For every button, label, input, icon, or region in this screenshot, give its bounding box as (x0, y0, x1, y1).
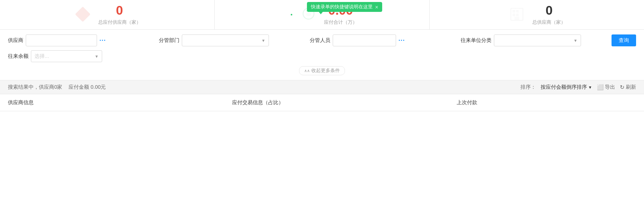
search-row-1: 供应商 ··· 分管部门 ▼ 分管人员 ··· 往来单位分类 ▼ (8, 34, 636, 46)
shortcut-tooltip: 快速录单的快捷键说明在这里 × (307, 2, 382, 12)
payable-total-label: 应付合计（万） (324, 19, 357, 26)
results-info-group: 搜索结果中，供应商0家 应付金额 0.00元 (8, 84, 106, 91)
query-button[interactable]: 查询 (612, 34, 636, 46)
supplier-label: 供应商 (8, 37, 23, 44)
collapse-up-icon: ∧∧ (304, 69, 310, 73)
table-header: 供应商信息 应付交易信息（占比） 上次付款 (0, 94, 644, 111)
balance-select[interactable]: 选择... ▼ (31, 50, 102, 62)
collapse-row: ∧∧ 收起更多条件 (8, 66, 636, 75)
sort-chevron-icon: ▼ (588, 85, 592, 90)
category-label: 往来单位分类 (461, 37, 492, 44)
diamond-icon: ¥ (74, 5, 92, 23)
category-chevron-icon: ▼ (574, 38, 577, 43)
col-transaction-header: 应付交易信息（占比） (232, 99, 456, 106)
collapse-label: 收起更多条件 (311, 67, 340, 74)
stats-bar: ¥ 0 总应付供应商（家） 快速录单的快捷键说明在这里 × 0.00 应付合计（… (0, 0, 644, 30)
tooltip-close-button[interactable]: × (375, 4, 378, 10)
total-suppliers-number: 0 (545, 4, 553, 17)
svg-rect-8 (516, 13, 519, 16)
balance-field-group: 往来余额 选择... ▼ (8, 50, 135, 62)
svg-rect-6 (516, 10, 519, 12)
dept-chevron-icon: ▼ (261, 38, 265, 43)
sort-select[interactable]: 按应付会额倒序排序 ▼ (541, 84, 592, 91)
svg-rect-5 (513, 10, 515, 12)
search-section: 供应商 ··· 分管部门 ▼ 分管人员 ··· 往来单位分类 ▼ (0, 30, 644, 80)
refresh-label: 刷新 (626, 84, 636, 91)
payable-suppliers-label: 总应付供应商（家） (98, 19, 141, 26)
export-label: 导出 (605, 84, 615, 91)
col-last-payment-header: 上次付款 (457, 99, 636, 106)
stat-payable-suppliers: ¥ 0 总应付供应商（家） (0, 0, 215, 29)
person-field-group: 分管人员 ··· (310, 34, 457, 46)
col-supplier-info-header: 供应商信息 (8, 99, 232, 106)
svg-rect-9 (514, 17, 519, 20)
svg-point-3 (306, 12, 311, 16)
refresh-icon: ↻ (620, 84, 625, 90)
dept-select[interactable]: ▼ (182, 34, 269, 46)
building-icon (508, 5, 526, 23)
results-count: 搜索结果中，供应商0家 (8, 84, 62, 91)
category-field-group: 往来单位分类 ▼ (461, 34, 608, 46)
stat-payable-total: 快速录单的快捷键说明在这里 × 0.00 应付合计（万） (215, 0, 429, 29)
person-label: 分管人员 (310, 37, 330, 44)
svg-rect-7 (513, 13, 515, 16)
dept-label: 分管部门 (159, 37, 179, 44)
dept-field-group: 分管部门 ▼ (159, 34, 307, 46)
results-bar: 搜索结果中，供应商0家 应付金额 0.00元 排序： 按应付会额倒序排序 ▼ ⬜… (0, 80, 644, 94)
stat-total-suppliers: 0 总供应商（家） (430, 0, 644, 29)
collapse-button[interactable]: ∧∧ 收起更多条件 (299, 66, 345, 75)
sort-label: 排序： (520, 84, 536, 91)
supplier-input[interactable] (26, 34, 97, 46)
balance-placeholder: 选择... (34, 53, 49, 60)
search-row-2: 往来余额 选择... ▼ (8, 50, 636, 62)
tooltip-text: 快速录单的快捷键说明在这里 (311, 4, 373, 10)
refresh-button[interactable]: ↻ 刷新 (620, 84, 636, 91)
sort-value: 按应付会额倒序排序 (541, 84, 587, 91)
payable-suppliers-number: 0 (116, 4, 123, 17)
results-actions: 排序： 按应付会额倒序排序 ▼ ⬜ 导出 ↻ 刷新 (520, 84, 636, 91)
person-input[interactable] (333, 34, 396, 46)
export-button[interactable]: ⬜ 导出 (597, 84, 615, 91)
total-suppliers-label: 总供应商（家） (532, 19, 566, 26)
results-amount: 应付金额 0.00元 (69, 84, 106, 91)
svg-text:¥: ¥ (81, 11, 84, 17)
balance-label: 往来余额 (8, 53, 29, 60)
supplier-dots[interactable]: ··· (99, 37, 106, 44)
table-body (0, 111, 644, 204)
tooltip-dot (290, 13, 293, 16)
balance-chevron-icon: ▼ (95, 54, 99, 59)
category-select[interactable]: ▼ (494, 34, 581, 46)
supplier-field-group: 供应商 ··· (8, 34, 156, 46)
person-dots[interactable]: ··· (398, 37, 405, 44)
export-icon: ⬜ (597, 84, 604, 90)
